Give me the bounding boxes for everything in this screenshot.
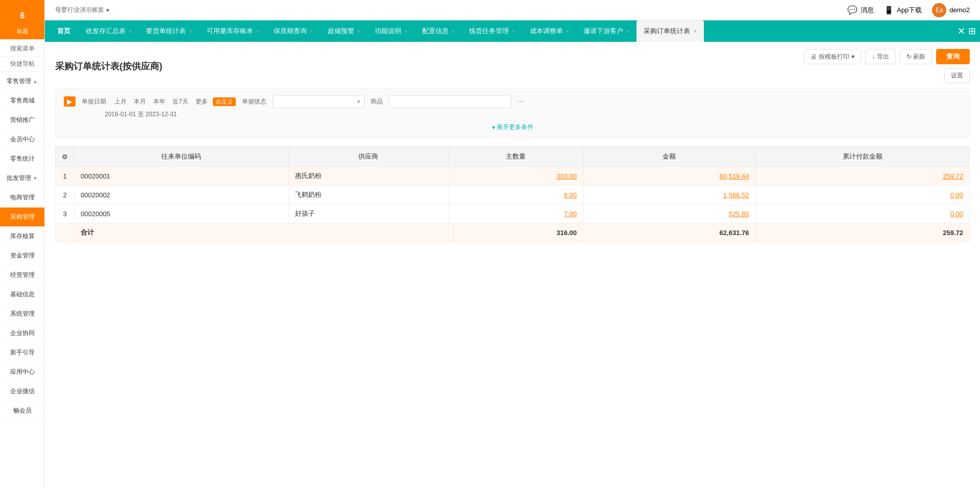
close-tab-overstock-warning[interactable]: × (357, 28, 360, 34)
shortcut-7days[interactable]: 近7天 (170, 96, 190, 107)
chevron-down-icon: ▲ (33, 79, 38, 84)
close-tab-available-inventory[interactable]: × (256, 28, 259, 34)
row-supplier: 惠氏奶粉 (288, 167, 449, 186)
tab-cost-adjust[interactable]: 成本调整单 × (523, 20, 576, 42)
tab-shelf-life[interactable]: 保质期查询 × (266, 20, 320, 42)
sidebar-quick-nav[interactable]: 快捷导航 (0, 57, 44, 72)
expand-tabs-icon[interactable]: ⊞ (968, 25, 976, 37)
close-tab-shelf-life[interactable]: × (310, 28, 313, 34)
query-button[interactable]: 查询 (936, 49, 970, 64)
close-tab-purchase-stats[interactable]: × (693, 28, 696, 34)
page-title: 采购订单统计表(按供应商) (55, 60, 162, 72)
sidebar-item-sys-mgmt[interactable]: 系统管理 (0, 304, 44, 324)
search-label[interactable]: 搜索菜单 (10, 45, 35, 52)
tab-receive-summary[interactable]: 收发存汇总表 × (79, 20, 139, 42)
logo-text: 标题 (17, 28, 28, 35)
sidebar-item-label: 电商管理 (10, 194, 35, 201)
row-supplier: 飞鹤奶粉 (288, 186, 449, 204)
sidebar-item-label: 基础信息 (10, 291, 35, 298)
paid-link[interactable]: 0.00 (950, 191, 963, 199)
status-select-wrap (273, 95, 364, 108)
messages-btn[interactable]: 💬 消息 (847, 5, 874, 15)
quick-nav-label[interactable]: 快捷导航 (10, 60, 35, 67)
quantity-link[interactable]: 303.00 (556, 172, 577, 180)
sidebar-item-app-center[interactable]: 应用中心 (0, 363, 44, 382)
close-tab-invite-downstream[interactable]: × (626, 28, 629, 34)
export-button[interactable]: ↓ 导出 (865, 49, 895, 64)
status-select[interactable] (273, 95, 364, 108)
row-amount: 60,519.44 (583, 167, 755, 186)
amount-link[interactable]: 60,519.44 (720, 172, 749, 180)
shortcut-last-month[interactable]: 上月 (112, 96, 129, 107)
col-settings[interactable]: ⚙ (56, 147, 75, 167)
sidebar-item-purchase-mgmt[interactable]: 采购管理 (0, 208, 44, 227)
sidebar-item-vip[interactable]: 畅会员 (0, 401, 44, 421)
paid-link[interactable]: 259.72 (943, 172, 963, 180)
footer-empty (56, 223, 75, 242)
paid-link[interactable]: 0.00 (950, 210, 963, 218)
logo[interactable]: 6 标题 (0, 0, 44, 39)
sidebar-item-retail-stats[interactable]: 零售统计 (0, 149, 44, 169)
sidebar-item-new-guide[interactable]: 新手引导 (0, 343, 44, 363)
col-amount: 金额 (583, 147, 755, 167)
tab-overstock-warning[interactable]: 超储预警 × (321, 20, 368, 42)
user-profile[interactable]: Ea demo2 (932, 3, 970, 17)
sidebar-item-inventory[interactable]: 库存核算 (0, 227, 44, 246)
sidebar-item-wholesale-mgmt[interactable]: 批发管理 ▼ (0, 169, 44, 188)
custom-date-badge[interactable]: 自定义 (213, 97, 236, 106)
shortcut-this-month[interactable]: 本月 (132, 96, 148, 107)
sidebar-item-marketing[interactable]: 营销推广 (0, 111, 44, 130)
app-download-btn[interactable]: 📱 App下载 (884, 6, 922, 15)
col-quantity: 主数量 (449, 147, 583, 167)
quantity-link[interactable]: 7.00 (564, 210, 577, 218)
close-tab-cost-adjust[interactable]: × (566, 28, 569, 34)
shortcut-this-year[interactable]: 本年 (151, 96, 167, 107)
svg-text:6: 6 (20, 11, 24, 20)
close-tab-receive-summary[interactable]: × (129, 28, 132, 34)
tab-function-desc[interactable]: 功能说明 × (368, 20, 414, 42)
expand-more-button[interactable]: ▾ 展开更多条件 (492, 123, 533, 132)
tab-home[interactable]: 首页 (49, 27, 79, 36)
goods-input[interactable] (389, 95, 511, 108)
quantity-link[interactable]: 6.00 (564, 191, 577, 199)
tab-available-inventory[interactable]: 可用量库存账本 × (200, 20, 266, 42)
sidebar-item-enterprise-collab[interactable]: 企业协同 (0, 324, 44, 343)
date-shortcuts: 上月 本月 本年 近7天 更多 自定义 (112, 96, 236, 107)
avatar: Ea (932, 3, 946, 17)
sidebar-item-member-center[interactable]: 会员中心 (0, 130, 44, 149)
filter-toggle-btn[interactable]: ▶ (64, 96, 76, 107)
shortcut-more[interactable]: 更多 (193, 96, 210, 107)
sidebar-item-retail-store[interactable]: 零售商城 (0, 91, 44, 111)
close-tab-pick-tasks[interactable]: × (512, 28, 515, 34)
sidebar-item-ecommerce-mgmt[interactable]: 电商管理 (0, 188, 44, 208)
close-all-tabs-icon[interactable]: ✕ (958, 25, 965, 37)
tab-pick-tasks[interactable]: 拣货任务管理 × (462, 20, 522, 42)
sidebar-item-label: 采购管理 (10, 213, 35, 220)
sidebar-item-basic-info[interactable]: 基础信息 (0, 285, 44, 304)
amount-link[interactable]: 525.80 (729, 210, 749, 218)
sidebar-item-operations[interactable]: 经营管理 (0, 266, 44, 285)
settings-button[interactable]: 设置 (944, 68, 970, 83)
footer-quantity: 316.00 (449, 223, 583, 242)
table-header: ⚙ 往来单位编码 供应商 主数量 金额 累计付款金额 (56, 147, 970, 167)
sidebar-item-retail-mgmt[interactable]: 零售管理 ▲ (0, 72, 44, 91)
close-tab-goods-stats[interactable]: × (189, 28, 192, 34)
tab-invite-downstream[interactable]: 邀请下游客户 × (576, 20, 636, 42)
industry-dropdown[interactable]: 母婴行业演示账套 ▾ (55, 6, 109, 14)
refresh-button[interactable]: ↻ 刷新 (900, 49, 932, 64)
print-button[interactable]: 🖨 按模板打印 ▾ (804, 49, 861, 64)
sidebar-item-enterprise-wechat[interactable]: 企业微信 (0, 382, 44, 401)
filter-area: ▶ 单据日期 上月 本月 本年 近7天 更多 自定义 单据状态 (55, 88, 970, 138)
goods-more-icon[interactable]: ··· (518, 97, 524, 106)
sidebar-item-finance[interactable]: 资金管理 (0, 246, 44, 266)
tab-goods-stats[interactable]: 要货单统计表 × (139, 20, 199, 42)
tab-config-info[interactable]: 配置信息 × (415, 20, 462, 42)
close-tab-config-info[interactable]: × (452, 28, 455, 34)
close-tab-function-desc[interactable]: × (404, 28, 407, 34)
table-footer: 合计 316.00 62,631.76 259.72 (56, 223, 970, 242)
sidebar-search[interactable]: 搜索菜单 (0, 39, 44, 57)
row-num: 3 (56, 204, 75, 223)
amount-link[interactable]: 1,586.52 (723, 191, 749, 199)
tab-purchase-stats[interactable]: 采购订单统计表 × (636, 20, 703, 42)
row-quantity: 303.00 (449, 167, 583, 186)
